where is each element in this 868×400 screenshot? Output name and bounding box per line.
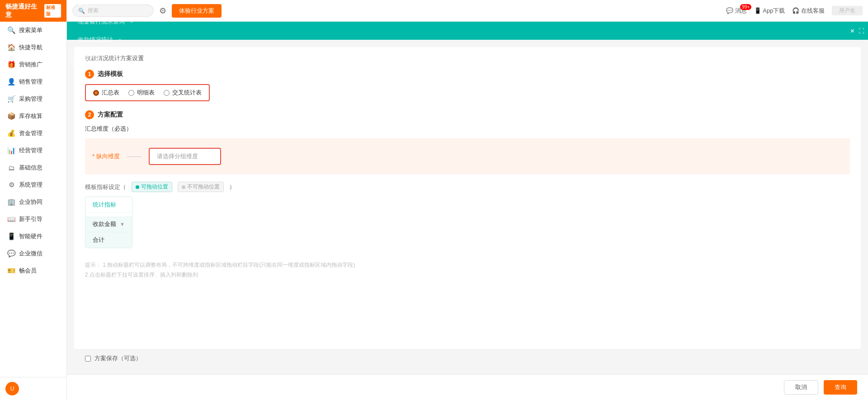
- sidebar-items-container: 🔍搜索菜单🏠快捷导航🎁营销推广👤销售管理🛒采购管理📦库存核算💰资金管理📊经营管理…: [0, 22, 66, 279]
- radio-detail[interactable]: [128, 90, 134, 96]
- sidebar-item-quick-nav[interactable]: 🏠快捷导航: [0, 39, 66, 56]
- tab-label-new-plan: 新建方案: [78, 54, 101, 62]
- search-menu-icon: 🔍: [7, 26, 15, 34]
- tab-close-new-plan[interactable]: ×: [107, 55, 109, 61]
- non-draggable-dot: [182, 185, 185, 189]
- section1-header: 1 选择模板: [85, 70, 850, 79]
- indicator-settings-label: 模板指标设定（: [85, 183, 126, 191]
- tab-close-bank-flow[interactable]: ×: [130, 19, 133, 24]
- save-checkbox[interactable]: [85, 356, 91, 362]
- tab-list: 首页现金银行流水查询×收款情况统计×新建方案×: [71, 0, 140, 67]
- logo-text: 畅捷通好生意: [5, 3, 42, 19]
- option-summary[interactable]: 汇总表: [93, 89, 119, 97]
- option-detail[interactable]: 明细表: [128, 89, 155, 97]
- sidebar-item-inventory[interactable]: 📦库存核算: [0, 108, 66, 125]
- indicator-payment-label: 收款金额: [93, 220, 116, 228]
- app-icon: 📱: [754, 7, 761, 14]
- sidebar-item-member[interactable]: 🎫畅会员: [0, 262, 66, 279]
- tab-label-payment-stats: 收款情况统计: [78, 36, 113, 44]
- user-name: 用户名: [832, 6, 863, 15]
- sidebar-item-system[interactable]: ⚙系统管理: [0, 176, 66, 193]
- dimension-sub-label: 汇总维度（必选）: [85, 125, 850, 133]
- option-cross[interactable]: 交叉统计表: [164, 89, 202, 97]
- online-service-link[interactable]: 🎧 在线客服: [792, 7, 825, 15]
- option-cross-label: 交叉统计表: [172, 89, 202, 97]
- tab-new-plan[interactable]: 新建方案×: [71, 49, 140, 67]
- sidebar-label-basic-info: 基础信息: [19, 164, 42, 172]
- content-area: 收款情况统计方案设置 1 选择模板 汇总表 明细表: [67, 40, 868, 374]
- topbar: 🔍 搜索 ⚙ 体验行业方案 💬 消息 99+ 📱 App下载 🎧 在线客服 用户…: [67, 0, 868, 22]
- main-area: 🔍 搜索 ⚙ 体验行业方案 💬 消息 99+ 📱 App下载 🎧 在线客服 用户…: [67, 0, 868, 400]
- basic-info-icon: 🗂: [7, 164, 15, 172]
- purchase-icon: 🛒: [7, 95, 15, 103]
- cancel-button[interactable]: 取消: [784, 380, 818, 395]
- operations-icon: 📊: [7, 146, 15, 155]
- section2-label: 方案配置: [98, 111, 123, 119]
- sidebar-item-finance[interactable]: 💰资金管理: [0, 125, 66, 142]
- indicator-row-total: 合计: [85, 232, 132, 248]
- section1-num: 1: [85, 70, 94, 79]
- tab-label-bank-flow: 现金银行流水查询: [78, 18, 125, 26]
- indicator-row-payment[interactable]: 收款金额 ▼: [85, 216, 132, 232]
- non-draggable-tag: 不可拖动位置: [178, 182, 224, 192]
- expand-icon[interactable]: ⛶: [859, 28, 864, 34]
- app-download-link[interactable]: 📱 App下载: [754, 7, 785, 15]
- arrow-icon: ——: [127, 152, 142, 160]
- sidebar-item-smart-hardware[interactable]: 📱智能硬件: [0, 228, 66, 245]
- tip-line2: 2.点击标题栏下拉可设置排序、插入列和删除列: [85, 270, 850, 280]
- tips-section: 提示： 1.拖动标题栏可以调整布局，不可跨维度或指标区域拖动栏目字段(只能在同一…: [85, 260, 850, 280]
- page-title: 收款情况统计方案设置: [85, 54, 850, 62]
- indicator-suffix: ）: [229, 183, 235, 191]
- sidebar-item-guide[interactable]: 📖新手引导: [0, 211, 66, 228]
- logo-badge: 标准版: [44, 4, 61, 18]
- template-options: 汇总表 明细表 交叉统计表: [85, 84, 210, 101]
- tab-close-payment-stats[interactable]: ×: [118, 37, 121, 42]
- section2-num: 2: [85, 110, 94, 119]
- notification-bell[interactable]: 💬 消息 99+: [726, 7, 747, 15]
- close-all-icon[interactable]: ✕: [850, 28, 855, 34]
- sidebar: 畅捷通好生意 标准版 🔍搜索菜单🏠快捷导航🎁营销推广👤销售管理🛒采购管理📦库存核…: [0, 0, 67, 400]
- sidebar-label-system: 系统管理: [19, 181, 42, 189]
- indicator-info: 模板指标设定（ 可拖动位置 不可拖动位置 ）: [85, 182, 850, 192]
- sidebar-logo: 畅捷通好生意 标准版: [0, 0, 66, 22]
- sidebar-label-sales: 销售管理: [19, 78, 42, 86]
- sidebar-item-enterprise[interactable]: 🏢企业协同: [0, 193, 66, 211]
- query-button[interactable]: 查询: [824, 380, 857, 395]
- sidebar-item-sales[interactable]: 👤销售管理: [0, 73, 66, 90]
- action-bar: 取消 查询: [67, 374, 868, 400]
- settings-icon[interactable]: ⚙: [159, 6, 166, 16]
- sidebar-item-operations[interactable]: 📊经营管理: [0, 142, 66, 159]
- dimension-selector[interactable]: 请选择分组维度: [149, 148, 221, 165]
- app-download-label: App下载: [763, 7, 785, 14]
- indicator-dropdown-icon[interactable]: ▼: [120, 221, 125, 227]
- sidebar-item-marketing[interactable]: 🎁营销推广: [0, 56, 66, 73]
- radio-summary[interactable]: [93, 90, 99, 96]
- tab-end-icons: ✕ ⛶: [850, 28, 864, 34]
- section1-label: 选择模板: [98, 70, 123, 78]
- sidebar-item-basic-info[interactable]: 🗂基础信息: [0, 159, 66, 176]
- industry-plan-button[interactable]: 体验行业方案: [172, 4, 222, 18]
- section-template: 1 选择模板 汇总表 明细表 交叉统计表: [85, 70, 850, 101]
- sidebar-label-inventory: 库存核算: [19, 112, 42, 120]
- option-detail-label: 明细表: [137, 89, 155, 97]
- indicator-settings: 模板指标设定（ 可拖动位置 不可拖动位置 ） 统计指标: [85, 182, 850, 249]
- draggable-tag: 可拖动位置: [132, 182, 172, 192]
- sidebar-item-weixin[interactable]: 💬企业微信: [0, 245, 66, 262]
- tab-bank-flow[interactable]: 现金银行流水查询×: [71, 13, 140, 31]
- tab-label-home: 首页: [78, 0, 90, 8]
- sidebar-label-operations: 经营管理: [19, 146, 42, 155]
- notification-count: 99+: [740, 4, 751, 10]
- tab-home[interactable]: 首页: [71, 0, 140, 13]
- main-panel: 收款情况统计方案设置 1 选择模板 汇总表 明细表: [74, 47, 861, 349]
- tab-payment-stats[interactable]: 收款情况统计×: [71, 31, 140, 49]
- sidebar-item-search-menu[interactable]: 🔍搜索菜单: [0, 22, 66, 39]
- sidebar-label-marketing: 营销推广: [19, 61, 42, 69]
- dimension-section: 汇总维度（必选） * 纵向维度 —— 请选择分组维度: [85, 125, 850, 174]
- sidebar-item-purchase[interactable]: 🛒采购管理: [0, 90, 66, 108]
- sidebar-label-finance: 资金管理: [19, 129, 42, 137]
- sidebar-label-search-menu: 搜索菜单: [19, 26, 42, 34]
- sidebar-label-guide: 新手引导: [19, 215, 42, 223]
- sidebar-label-quick-nav: 快捷导航: [19, 43, 42, 52]
- radio-cross[interactable]: [164, 90, 170, 96]
- sidebar-label-weixin: 企业微信: [19, 249, 42, 258]
